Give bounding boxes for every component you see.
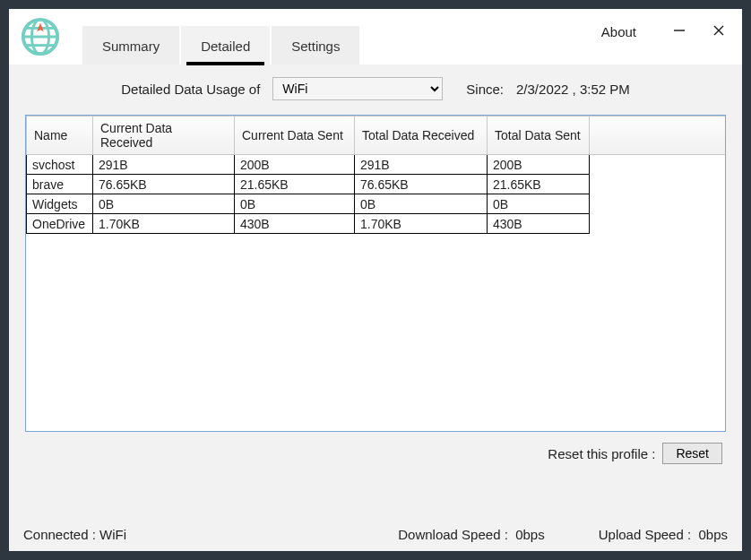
cell-tot_recv: 1.70KB bbox=[355, 214, 488, 234]
col-name[interactable]: Name bbox=[27, 116, 93, 155]
cell-name: svchost bbox=[27, 155, 93, 175]
cell-name: brave bbox=[27, 175, 93, 194]
content-area: Detailed Data Usage of WiFi Since: 2/3/2… bbox=[9, 65, 742, 521]
adapter-select[interactable]: WiFi bbox=[272, 77, 443, 100]
table-row[interactable]: Widgets0B0B0B0B bbox=[27, 194, 726, 214]
cell-tot_sent: 200B bbox=[488, 155, 590, 175]
col-cur-sent[interactable]: Current Data Sent bbox=[235, 116, 355, 155]
filter-prefix-label: Detailed Data Usage of bbox=[121, 82, 260, 97]
data-grid[interactable]: Name Current Data Received Current Data … bbox=[25, 115, 726, 432]
reset-row: Reset this profile : Reset bbox=[25, 432, 726, 468]
tab-strip: Summary Detailed Settings bbox=[82, 26, 361, 65]
cell-cur_recv: 291B bbox=[93, 155, 235, 175]
cell-name: Widgets bbox=[27, 194, 93, 214]
status-connected: Connected : WiFi bbox=[23, 527, 126, 542]
cell-cur_sent: 21.65KB bbox=[235, 175, 355, 194]
titlebar: Summary Detailed Settings About bbox=[9, 9, 742, 65]
app-logo-icon bbox=[20, 16, 61, 57]
cell-name: OneDrive bbox=[27, 214, 93, 234]
filter-row: Detailed Data Usage of WiFi Since: 2/3/2… bbox=[25, 77, 726, 100]
cell-cur_recv: 0B bbox=[93, 194, 235, 214]
minimize-button[interactable] bbox=[660, 18, 699, 43]
tab-summary[interactable]: Summary bbox=[82, 26, 179, 65]
reset-label: Reset this profile : bbox=[548, 446, 655, 461]
tab-settings[interactable]: Settings bbox=[272, 26, 359, 65]
status-download: Download Speed : 0bps bbox=[398, 527, 544, 542]
status-upload: Upload Speed : 0bps bbox=[599, 527, 728, 542]
cell-cur_sent: 200B bbox=[235, 155, 355, 175]
cell-tot_recv: 291B bbox=[355, 155, 488, 175]
since-label: Since: bbox=[466, 82, 504, 97]
close-button[interactable] bbox=[699, 18, 738, 43]
about-link[interactable]: About bbox=[601, 24, 636, 39]
col-tot-sent[interactable]: Total Data Sent bbox=[488, 116, 590, 155]
tab-detailed[interactable]: Detailed bbox=[181, 26, 270, 65]
cell-cur_recv: 1.70KB bbox=[93, 214, 235, 234]
window-controls: About bbox=[601, 18, 738, 43]
cell-cur_sent: 430B bbox=[235, 214, 355, 234]
cell-tot_sent: 21.65KB bbox=[488, 175, 590, 194]
col-spacer bbox=[590, 116, 726, 155]
cell-tot_sent: 430B bbox=[488, 214, 590, 234]
since-value: 2/3/2022 , 3:52 PM bbox=[516, 82, 630, 97]
table-row[interactable]: svchost291B200B291B200B bbox=[27, 155, 726, 175]
table-row[interactable]: brave76.65KB21.65KB76.65KB21.65KB bbox=[27, 175, 726, 194]
table-row[interactable]: OneDrive1.70KB430B1.70KB430B bbox=[27, 214, 726, 234]
col-tot-recv[interactable]: Total Data Received bbox=[355, 116, 488, 155]
reset-button[interactable]: Reset bbox=[662, 443, 722, 464]
app-window: Summary Detailed Settings About Detailed… bbox=[9, 9, 742, 551]
cell-tot_recv: 76.65KB bbox=[355, 175, 488, 194]
cell-tot_sent: 0B bbox=[488, 194, 590, 214]
cell-tot_recv: 0B bbox=[355, 194, 488, 214]
col-cur-recv[interactable]: Current Data Received bbox=[93, 116, 235, 155]
cell-cur_recv: 76.65KB bbox=[93, 175, 235, 194]
cell-cur_sent: 0B bbox=[235, 194, 355, 214]
status-bar: Connected : WiFi Download Speed : 0bps U… bbox=[9, 521, 742, 551]
table-header-row: Name Current Data Received Current Data … bbox=[27, 116, 726, 155]
